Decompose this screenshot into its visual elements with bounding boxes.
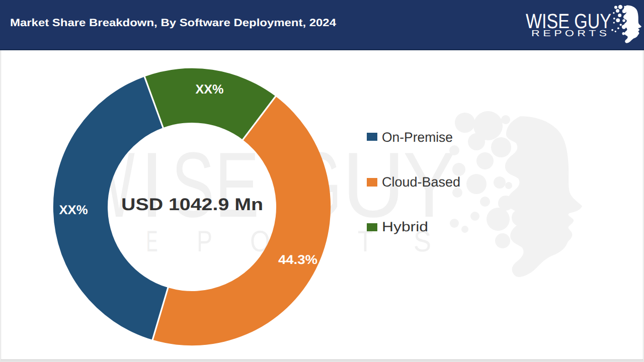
- svg-text:Cloud-Based: Cloud-Based: [382, 174, 460, 190]
- svg-text:USD 1042.9 Mn: USD 1042.9 Mn: [121, 195, 263, 214]
- svg-text:E: E: [146, 225, 158, 258]
- svg-text:44.3%: 44.3%: [278, 253, 317, 267]
- svg-text:Market Share Breakdown, By Sof: Market Share Breakdown, By Software Depl…: [10, 17, 336, 29]
- svg-text:R E P O R T S: R E P O R T S: [531, 28, 607, 38]
- svg-text:P: P: [197, 225, 212, 258]
- svg-text:Hybrid: Hybrid: [382, 219, 428, 234]
- svg-text:XX%: XX%: [59, 203, 88, 217]
- svg-text:S: S: [172, 133, 214, 236]
- svg-text:I: I: [140, 133, 164, 236]
- svg-text:On-Premise: On-Premise: [382, 130, 453, 145]
- svg-text:XX%: XX%: [196, 82, 224, 97]
